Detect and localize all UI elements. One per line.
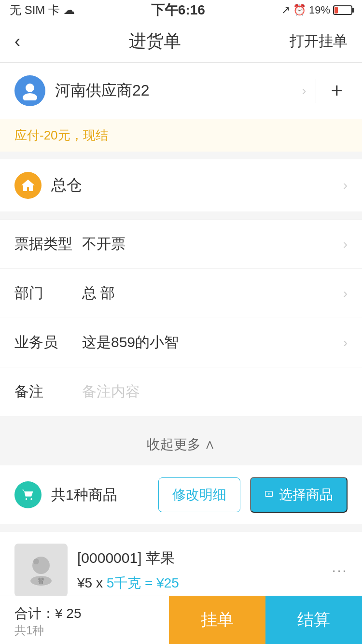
credit-notice: 应付-20元，现结 bbox=[0, 119, 362, 152]
chevron-right-icon: › bbox=[343, 178, 348, 193]
total-label: 合计： bbox=[14, 606, 55, 621]
product-total: = ¥25 bbox=[145, 575, 179, 590]
products-count: 共1种商品 bbox=[51, 485, 149, 505]
warehouse-icon bbox=[14, 172, 42, 199]
product-info: [0000001] 苹果 ¥5 x 5千克 = ¥25 bbox=[77, 548, 322, 592]
checkout-button[interactable]: 结算 bbox=[265, 596, 362, 644]
product-thumbnail: 替 bbox=[14, 544, 68, 597]
department-label: 部门 bbox=[14, 283, 82, 303]
alarm-icon: ⏰ bbox=[293, 4, 306, 16]
location-icon: ↗ bbox=[281, 4, 290, 16]
status-right: ↗ ⏰ 19% bbox=[281, 4, 352, 16]
divider bbox=[316, 79, 316, 103]
collapse-label: 收起更多 ∧ bbox=[147, 435, 216, 454]
sim-text: 无 SIM 卡 ☁ bbox=[10, 2, 75, 18]
nav-bar: ‹ 进货单 打开挂单 bbox=[0, 20, 362, 63]
product-name: [0000001] 苹果 bbox=[77, 548, 322, 568]
page-title: 进货单 bbox=[129, 29, 181, 53]
battery-icon bbox=[333, 5, 352, 15]
warehouse-label: 总仓 bbox=[51, 175, 338, 196]
products-header: 共1种商品 修改明细 选择商品 bbox=[0, 465, 362, 524]
svg-point-2 bbox=[26, 498, 28, 500]
footer-amount: 合计：¥ 25 bbox=[14, 602, 154, 623]
supplier-row[interactable]: 河南供应商22 › + bbox=[0, 63, 362, 119]
footer: 合计：¥ 25 共1种 挂单 结算 bbox=[0, 596, 362, 644]
svg-point-1 bbox=[23, 93, 37, 100]
add-product-icon bbox=[265, 490, 275, 500]
invoice-label: 票据类型 bbox=[14, 234, 82, 254]
product-more-button[interactable]: ··· bbox=[332, 561, 348, 579]
status-time: 下午6:16 bbox=[151, 1, 205, 19]
remark-label: 备注 bbox=[14, 382, 82, 402]
status-bar: 无 SIM 卡 ☁ 下午6:16 ↗ ⏰ 19% bbox=[0, 0, 362, 20]
svg-point-8 bbox=[33, 559, 39, 564]
invoice-row[interactable]: 票据类型 不开票 › bbox=[0, 219, 362, 268]
remark-input[interactable]: 备注内容 bbox=[82, 382, 348, 402]
supplier-avatar bbox=[14, 75, 45, 106]
products-icon bbox=[14, 481, 42, 508]
product-price: ¥5 x 5千克 = ¥25 bbox=[77, 574, 322, 592]
hang-button[interactable]: 挂单 bbox=[169, 596, 265, 644]
department-value: 总 部 bbox=[82, 283, 338, 303]
form-section: 票据类型 不开票 › 部门 总 部 › 业务员 这是859的小智 › 备注 备注… bbox=[0, 219, 362, 416]
svg-text:替: 替 bbox=[38, 577, 44, 585]
warehouse-row[interactable]: 总仓 › bbox=[0, 159, 362, 211]
add-supplier-button[interactable]: + bbox=[326, 79, 348, 102]
collapse-more-button[interactable]: 收起更多 ∧ bbox=[0, 424, 362, 465]
chevron-right-icon: › bbox=[343, 335, 348, 350]
battery-percent: 19% bbox=[309, 4, 330, 16]
person-icon bbox=[20, 81, 40, 100]
salesperson-row[interactable]: 业务员 这是859的小智 › bbox=[0, 318, 362, 367]
chevron-right-icon: › bbox=[343, 237, 348, 252]
status-left: 无 SIM 卡 ☁ bbox=[10, 2, 75, 18]
supplier-name: 河南供应商22 bbox=[55, 80, 297, 101]
edit-detail-button[interactable]: 修改明细 bbox=[158, 477, 240, 512]
select-product-label: 选择商品 bbox=[279, 486, 333, 504]
price-prefix: ¥5 x bbox=[77, 575, 107, 590]
invoice-value: 不开票 bbox=[82, 234, 338, 254]
open-hang-button[interactable]: 打开挂单 bbox=[290, 31, 348, 51]
warehouse-section: 总仓 › bbox=[0, 159, 362, 211]
remark-row[interactable]: 备注 备注内容 bbox=[0, 367, 362, 416]
footer-total: 合计：¥ 25 共1种 bbox=[0, 596, 169, 644]
cart-icon bbox=[21, 488, 35, 502]
chevron-right-icon: › bbox=[343, 286, 348, 301]
salesperson-label: 业务员 bbox=[14, 333, 82, 352]
department-row[interactable]: 部门 总 部 › bbox=[0, 268, 362, 318]
chevron-right-icon: › bbox=[302, 83, 306, 98]
price-total bbox=[141, 575, 145, 590]
salesperson-value: 这是859的小智 bbox=[82, 333, 338, 352]
product-qty: 5千克 bbox=[107, 575, 141, 590]
select-product-button[interactable]: 选择商品 bbox=[250, 477, 348, 513]
svg-point-3 bbox=[30, 498, 32, 500]
product-placeholder-icon: 替 bbox=[22, 551, 60, 589]
home-icon bbox=[20, 178, 36, 193]
supplier-section: 河南供应商22 › + 应付-20元，现结 bbox=[0, 63, 362, 152]
svg-point-0 bbox=[26, 84, 34, 92]
footer-sub: 共1种 bbox=[14, 623, 154, 638]
back-button[interactable]: ‹ bbox=[14, 31, 20, 52]
